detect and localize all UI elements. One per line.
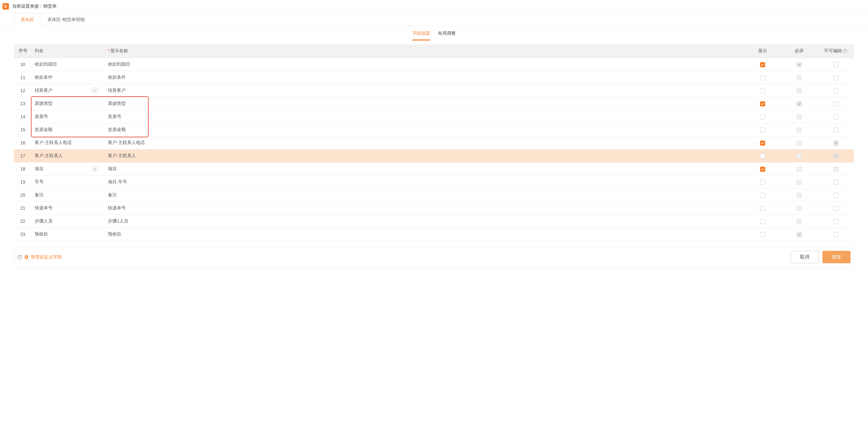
- row-show-cell: [744, 163, 781, 176]
- table-row[interactable]: 23预收款预收款: [14, 228, 854, 241]
- row-seq: 14: [14, 110, 32, 123]
- readonly-checkbox[interactable]: [833, 219, 838, 224]
- table-row[interactable]: 22步骤人员步骤1人员: [14, 215, 854, 228]
- show-checkbox[interactable]: [760, 75, 765, 80]
- row-required-cell: [781, 123, 817, 136]
- row-name: 票据类型: [35, 101, 53, 107]
- col-display: *显示名称: [105, 44, 744, 58]
- show-checkbox[interactable]: [760, 102, 765, 107]
- header-doc-name: 销货单: [43, 3, 57, 9]
- table-row[interactable]: 19车号项目.车号: [14, 176, 854, 189]
- row-display[interactable]: 项目: [105, 163, 744, 176]
- readonly-checkbox[interactable]: [833, 193, 838, 198]
- readonly-checkbox[interactable]: [833, 180, 838, 185]
- row-readonly-cell: [817, 176, 854, 189]
- readonly-checkbox[interactable]: [833, 206, 838, 211]
- show-checkbox[interactable]: [760, 62, 765, 67]
- row-display[interactable]: 客户.主联系人: [105, 149, 744, 163]
- table-row[interactable]: 18项目+项目: [14, 163, 854, 176]
- row-name-cell: 收款条件: [32, 71, 105, 84]
- table-row[interactable]: 11收款条件收款条件: [14, 71, 854, 84]
- show-checkbox[interactable]: [760, 232, 765, 237]
- readonly-checkbox[interactable]: [833, 232, 838, 237]
- readonly-checkbox[interactable]: [833, 62, 838, 67]
- tab-0[interactable]: 表头区: [14, 13, 41, 26]
- table-row[interactable]: 12结算客户+结算客户: [14, 84, 854, 97]
- row-name: 收款条件: [35, 75, 53, 80]
- table-row[interactable]: 10收款到期日收款到期日: [14, 58, 854, 71]
- required-checkbox: [797, 62, 802, 67]
- row-display[interactable]: 发票号: [105, 110, 744, 123]
- row-readonly-cell: [817, 189, 854, 202]
- row-display[interactable]: 收款条件: [105, 71, 744, 84]
- row-display[interactable]: 备注: [105, 189, 744, 202]
- readonly-checkbox[interactable]: [833, 88, 838, 93]
- required-star-icon: *: [108, 48, 110, 53]
- readonly-checkbox[interactable]: [833, 75, 838, 80]
- row-show-cell: [744, 71, 781, 84]
- row-show-cell: [744, 189, 781, 202]
- row-readonly-cell: [817, 202, 854, 215]
- row-display[interactable]: 结算客户: [105, 84, 744, 97]
- row-display[interactable]: 客户.主联系人电话: [105, 136, 744, 149]
- expand-plus-button[interactable]: +: [92, 166, 98, 172]
- row-name-cell: 结算客户+: [32, 84, 105, 97]
- show-checkbox[interactable]: [760, 167, 765, 172]
- row-name: 客户.主联系人电话: [35, 140, 72, 146]
- row-display[interactable]: 发票金额: [105, 123, 744, 136]
- show-checkbox[interactable]: [760, 180, 765, 185]
- readonly-checkbox[interactable]: [833, 102, 838, 107]
- show-checkbox[interactable]: [760, 114, 765, 119]
- row-display[interactable]: 预收款: [105, 228, 744, 241]
- show-checkbox[interactable]: [760, 193, 765, 198]
- row-name-cell: 发票金额: [32, 123, 105, 136]
- expand-plus-button[interactable]: +: [92, 88, 98, 93]
- row-name: 发票号: [35, 114, 48, 119]
- row-required-cell: [781, 110, 817, 123]
- tab-1[interactable]: 表体区-销货单明细: [41, 13, 91, 26]
- row-show-cell: [744, 84, 781, 97]
- table-row[interactable]: 17客户.主联系人客户.主联系人: [14, 149, 854, 163]
- question-icon[interactable]: ?: [18, 255, 22, 259]
- show-checkbox[interactable]: [760, 127, 765, 133]
- collapse-button[interactable]: [3, 3, 9, 9]
- row-display[interactable]: 步骤1人员: [105, 215, 744, 228]
- readonly-checkbox[interactable]: [833, 114, 838, 119]
- row-required-cell: [781, 136, 817, 149]
- show-checkbox[interactable]: [760, 219, 765, 224]
- required-checkbox: [797, 127, 802, 133]
- cancel-button[interactable]: 取消: [790, 251, 819, 263]
- row-readonly-cell: [817, 58, 854, 71]
- row-seq: 20: [14, 189, 32, 202]
- row-display[interactable]: 收款到期日: [105, 58, 744, 71]
- help-icon[interactable]: ?: [843, 49, 847, 54]
- row-seq: 21: [14, 202, 32, 215]
- table-row[interactable]: 21快递单号快递单号: [14, 202, 854, 215]
- manage-custom-fields-link[interactable]: 管理自定义字段: [31, 254, 62, 260]
- sub-tab-1[interactable]: 布局调整: [438, 31, 456, 40]
- table-row[interactable]: 16客户.主联系人电话客户.主联系人电话: [14, 136, 854, 149]
- row-display[interactable]: 票据类型: [105, 97, 744, 110]
- row-readonly-cell: [817, 97, 854, 110]
- row-display[interactable]: 项目.车号: [105, 176, 744, 189]
- row-name-cell: 步骤人员: [32, 215, 105, 228]
- save-button[interactable]: 保存: [823, 251, 850, 263]
- table-row[interactable]: 13票据类型票据类型: [14, 97, 854, 110]
- table-row[interactable]: 14发票号发票号: [14, 110, 854, 123]
- readonly-checkbox[interactable]: [833, 127, 838, 133]
- show-checkbox[interactable]: [760, 141, 765, 146]
- row-name-cell: 票据类型: [32, 97, 105, 110]
- row-display[interactable]: 快递单号: [105, 202, 744, 215]
- row-required-cell: [781, 215, 817, 228]
- table-row[interactable]: 15发票金额发票金额: [14, 123, 854, 136]
- show-checkbox[interactable]: [760, 88, 765, 93]
- show-checkbox[interactable]: [760, 154, 765, 159]
- sub-tab-0[interactable]: 字段设置: [412, 31, 430, 40]
- required-checkbox: [797, 193, 802, 198]
- row-name: 备注: [35, 192, 43, 198]
- row-name-cell: 客户.主联系人: [32, 149, 105, 163]
- row-seq: 18: [14, 163, 32, 176]
- show-checkbox[interactable]: [760, 206, 765, 211]
- table-row[interactable]: 20备注备注: [14, 189, 854, 202]
- row-name: 步骤人员: [35, 218, 53, 224]
